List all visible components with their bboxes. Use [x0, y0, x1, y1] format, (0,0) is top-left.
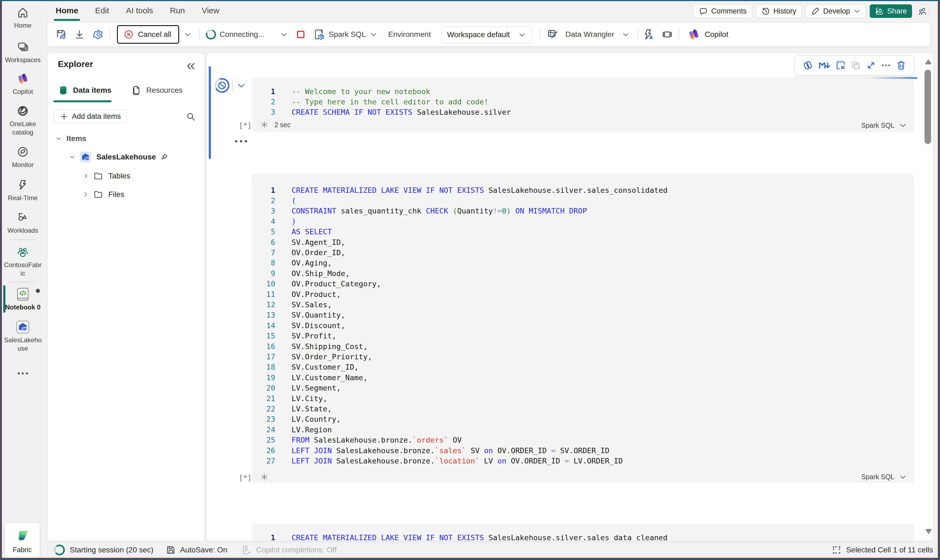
search-icon[interactable]: [185, 111, 196, 122]
explorer-tab-data-items[interactable]: Data items: [54, 85, 111, 102]
account-avatar[interactable]: [916, 5, 929, 18]
code-line: 23LV.Country,: [252, 414, 914, 425]
tree-label: SalesLakehouse: [96, 153, 156, 162]
chevron-down-icon[interactable]: [56, 135, 62, 142]
menu-tab-home[interactable]: Home: [56, 6, 78, 21]
data-wrangler-button[interactable]: Data Wrangler: [546, 23, 630, 46]
code-line: 19LV.Customer_Name,: [252, 372, 914, 383]
chevron-down-icon[interactable]: [69, 153, 75, 161]
cancel-run-button[interactable]: [214, 78, 230, 93]
rail-item-copilot[interactable]: Copilot: [2, 72, 44, 96]
language-picker[interactable]: Spark SQL: [313, 23, 377, 46]
session-status-dropdown[interactable]: Connecting...: [219, 23, 264, 46]
code-cell-3: 1CREATE MATERIALIZED LAKE VIEW IF NOT EX…: [252, 524, 914, 541]
menu-tab-view[interactable]: View: [202, 6, 219, 21]
workloads-icon: [17, 211, 29, 224]
session-chevron[interactable]: [280, 23, 288, 46]
rail-item-monitor[interactable]: Monitor: [2, 146, 44, 169]
add-data-items-button[interactable]: Add data items: [54, 110, 127, 123]
settings-gear-button[interactable]: [93, 23, 105, 46]
cell-editor[interactable]: 1CREATE MATERIALIZED LAKE VIEW IF NOT EX…: [252, 174, 914, 483]
comments-button[interactable]: Comments: [693, 4, 752, 18]
rail-item-label: Workspaces: [5, 55, 41, 64]
rail-item-notebook-0[interactable]: Notebook 0: [2, 288, 44, 311]
top-actions: Comments History Develop Share: [693, 4, 929, 18]
cell-editor[interactable]: 1CREATE MATERIALIZED LAKE VIEW IF NOT EX…: [252, 524, 914, 541]
menu-tab-edit[interactable]: Edit: [95, 6, 109, 21]
tree-row-tables[interactable]: Tables: [48, 167, 204, 185]
lakehouse-small-icon: [80, 151, 91, 163]
running-asterisk-icon: [260, 121, 269, 129]
chevron-right-icon[interactable]: [83, 172, 89, 180]
autosave-toggle[interactable]: AutoSave: On: [166, 545, 227, 555]
status-bar: Starting session (20 sec) AutoSave: On C…: [47, 542, 936, 558]
tree-row-saleslakehouse[interactable]: SalesLakehouse: [48, 148, 204, 166]
run-summary: [260, 473, 269, 481]
scroll-up-icon[interactable]: [925, 59, 932, 65]
cell-run-chevron[interactable]: [236, 80, 246, 90]
autocomplete-lightning-button[interactable]: [642, 23, 655, 46]
history-button[interactable]: History: [756, 4, 801, 18]
rail-item-workspaces[interactable]: Workspaces: [2, 41, 44, 64]
save-button[interactable]: [56, 23, 67, 46]
delete-icon[interactable]: [895, 60, 907, 71]
notebook-scrollbar-thumb[interactable]: [925, 70, 931, 144]
fabric-home-card[interactable]: Fabric: [5, 523, 40, 559]
rail-item-workloads[interactable]: Workloads: [2, 211, 44, 235]
tree-row-files[interactable]: Files: [48, 186, 204, 203]
code-line: 9OV.Ship_Mode,: [252, 268, 914, 278]
menu-tab-run[interactable]: Run: [170, 6, 185, 21]
rail-item-real-time[interactable]: Real-Time: [2, 179, 44, 202]
code-text: CREATE MATERIALIZED LAKE VIEW IF NOT EXI…: [292, 186, 667, 194]
pin-icon[interactable]: [160, 152, 169, 162]
share-button[interactable]: Share: [870, 4, 912, 18]
copilot-label: Copilot: [705, 30, 728, 39]
more-icon[interactable]: [881, 60, 891, 71]
cell-editor[interactable]: 1-- Welcome to your new notebook2-- Type…: [252, 77, 914, 132]
session-status-label: Connecting...: [219, 30, 264, 39]
clear-output-icon[interactable]: [835, 60, 846, 71]
code-text: (: [292, 196, 296, 205]
line-number: 7: [252, 248, 275, 257]
stop-session-button[interactable]: [295, 23, 306, 46]
tree-row-items[interactable]: Items: [48, 130, 204, 147]
scroll-down-icon[interactable]: [925, 528, 932, 534]
collapse-panel-icon[interactable]: [185, 61, 196, 72]
notebook-canvas: 1-- Welcome to your new notebook2-- Type…: [206, 53, 934, 541]
export-download-button[interactable]: [74, 23, 85, 46]
copilot-outline-icon[interactable]: [802, 59, 814, 71]
code-line: 4): [252, 216, 914, 226]
expand-icon[interactable]: [866, 60, 877, 71]
cancel-all-button[interactable]: Cancel all: [117, 25, 179, 44]
explorer-tab-resources[interactable]: Resources: [127, 85, 183, 102]
rail-item-more[interactable]: [2, 367, 44, 380]
environment-label-item[interactable]: Environment: [388, 23, 431, 46]
rail-item-onelake-catalog[interactable]: OneLake catalog: [2, 105, 44, 136]
rail-item-saleslakehouse[interactable]: SalesLakehouse: [2, 321, 44, 352]
notebook-icon: [16, 288, 30, 300]
code-text: OV.Product,: [292, 290, 341, 298]
copy-icon[interactable]: [850, 60, 861, 71]
cancel-all-dropdown-chevron[interactable]: [184, 23, 191, 46]
copilot-button[interactable]: Copilot: [687, 23, 728, 46]
cancel-all-label: Cancel all: [138, 30, 171, 39]
cell-language-picker[interactable]: Spark SQL: [861, 473, 907, 481]
rail-item-label: ContosoFabric: [4, 261, 42, 277]
add-cell-more-button[interactable]: [235, 140, 247, 142]
chevron-right-icon[interactable]: [83, 191, 89, 198]
code-text: LV.State,: [292, 405, 332, 413]
rail-item-home[interactable]: Home: [2, 6, 44, 29]
markdown-icon[interactable]: [818, 60, 831, 71]
workspace-default-dropdown[interactable]: Workspace default: [441, 26, 531, 43]
session-status[interactable]: Starting session (20 sec): [54, 544, 153, 556]
line-number: 17: [252, 352, 275, 361]
rail-item-contosofabric[interactable]: ContosoFabric: [2, 246, 44, 277]
cell-language-picker[interactable]: Spark SQL: [861, 121, 907, 129]
line-number: 10: [252, 280, 275, 288]
copilot-completions-toggle[interactable]: Copilot completions: Off: [241, 545, 336, 555]
frame-button[interactable]: [661, 23, 673, 46]
code-line: 3CONSTRAINT sales_quantity_chk CHECK (Qu…: [252, 206, 914, 216]
develop-button[interactable]: Develop: [806, 4, 866, 18]
menu-tab-ai-tools[interactable]: AI tools: [126, 6, 153, 21]
code-text: OV.Product_Category,: [292, 280, 381, 288]
